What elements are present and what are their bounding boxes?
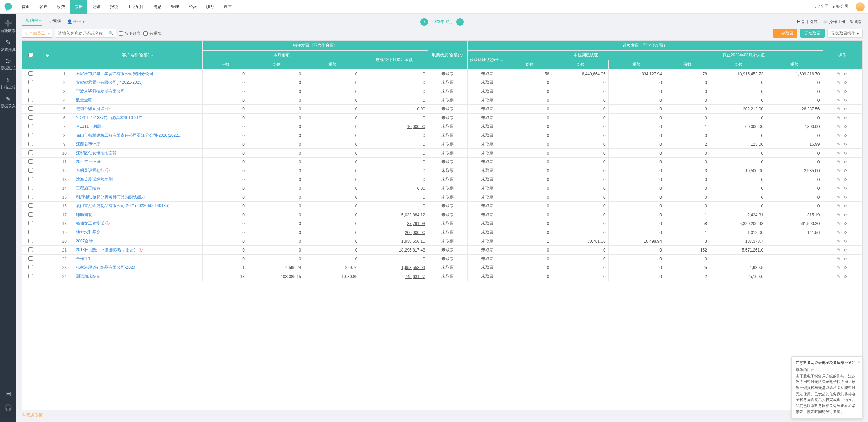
topnav-item-10[interactable]: 服务 — [201, 0, 219, 14]
fullscreen-button[interactable]: ⛶全屏 — [815, 4, 828, 9]
play-icon: ▸ — [833, 4, 835, 9]
topnav-item-6[interactable]: 工商项目 — [123, 0, 149, 14]
topnav-item-2[interactable]: 收费 — [52, 0, 70, 14]
top-nav: 首页客户收费票据记账报税工商项目消息管理经营服务设置 ⛶全屏 ▸畅会员 — [0, 0, 868, 14]
topnav-item-4[interactable]: 记账 — [87, 0, 105, 14]
topnav-item-11[interactable]: 设置 — [219, 0, 237, 14]
topnav-item-3[interactable]: 票据 — [70, 0, 87, 14]
fullscreen-icon: ⛶ — [815, 4, 819, 9]
topnav-item-5[interactable]: 报税 — [105, 0, 123, 14]
user-avatar[interactable] — [856, 2, 865, 11]
topnav-item-7[interactable]: 消息 — [149, 0, 166, 14]
topnav-item-1[interactable]: 客户 — [35, 0, 52, 14]
topnav-item-8[interactable]: 管理 — [166, 0, 184, 14]
top-right-actions: ⛶全屏 ▸畅会员 — [815, 2, 865, 11]
vip-button[interactable]: ▸畅会员 — [833, 4, 848, 9]
topnav-item-9[interactable]: 经营 — [184, 0, 201, 14]
app-logo — [3, 2, 13, 12]
topnav-item-0[interactable]: 首页 — [17, 0, 35, 14]
top-menu: 首页客户收费票据记账报税工商项目消息管理经营服务设置 — [17, 0, 237, 14]
